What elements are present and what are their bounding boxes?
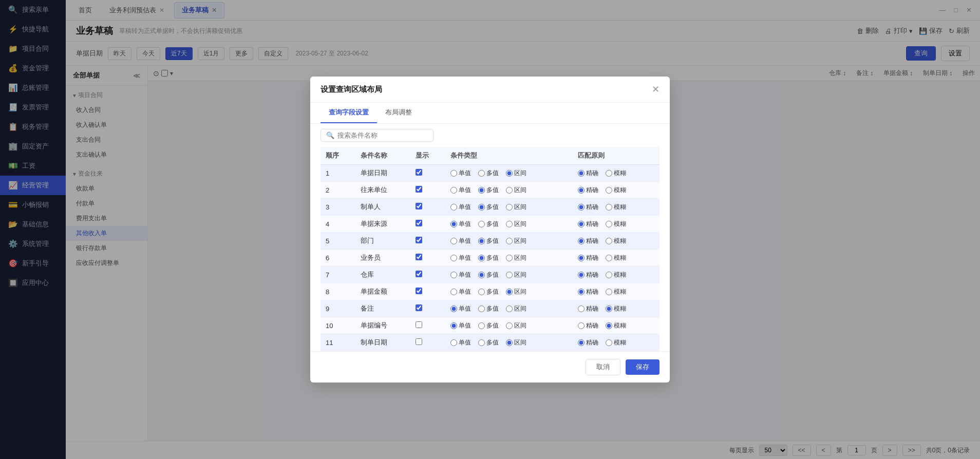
type-radio-item[interactable]: 单值 xyxy=(450,271,471,279)
match-radio-item[interactable]: 模糊 xyxy=(606,220,626,228)
match-radio-item[interactable]: 精确 xyxy=(578,338,598,347)
type-radio-item[interactable]: 多值 xyxy=(478,220,499,228)
match-radio-item[interactable]: 精确 xyxy=(578,304,598,313)
type-radio-item[interactable]: 单值 xyxy=(450,288,471,296)
th-type: 条件类型 xyxy=(445,147,573,165)
type-radio-item[interactable]: 区间 xyxy=(506,169,526,178)
cell-name: 部门 xyxy=(355,233,410,250)
type-radio-item[interactable]: 区间 xyxy=(506,237,526,245)
match-radio-item[interactable]: 精确 xyxy=(578,271,598,279)
type-radio-item[interactable]: 多值 xyxy=(478,288,499,296)
show-checkbox[interactable] xyxy=(416,220,422,226)
match-radio-item[interactable]: 精确 xyxy=(578,203,598,212)
match-radio-item[interactable]: 模糊 xyxy=(606,203,626,212)
cell-type: 单值多值区间 xyxy=(445,300,573,317)
show-checkbox[interactable] xyxy=(416,169,422,176)
type-radio-item[interactable]: 区间 xyxy=(506,271,526,279)
type-radio-item[interactable]: 区间 xyxy=(506,304,526,313)
match-radio-item[interactable]: 模糊 xyxy=(606,186,626,195)
cell-show xyxy=(410,250,445,266)
match-radio-item[interactable]: 模糊 xyxy=(606,271,626,279)
modal-search-area: 🔍 xyxy=(310,124,670,147)
match-radio-item[interactable]: 模糊 xyxy=(606,254,626,262)
type-radio-item[interactable]: 单值 xyxy=(450,203,471,212)
cell-match: 精确模糊 xyxy=(573,216,659,233)
cell-match: 精确模糊 xyxy=(573,199,659,216)
match-radio-item[interactable]: 精确 xyxy=(578,186,598,195)
type-radio-item[interactable]: 多值 xyxy=(478,271,499,279)
match-radio-item[interactable]: 精确 xyxy=(578,237,598,245)
cell-show xyxy=(410,199,445,216)
match-radio-item[interactable]: 模糊 xyxy=(606,288,626,296)
cell-order: 4 xyxy=(321,216,355,233)
cell-type: 单值多值区间 xyxy=(445,199,573,216)
type-radio-item[interactable]: 单值 xyxy=(450,169,471,178)
show-checkbox[interactable] xyxy=(416,186,422,193)
table-row: 8单据金额单值多值区间精确模糊 xyxy=(321,283,659,300)
match-radio-item[interactable]: 精确 xyxy=(578,220,598,228)
type-radio-item[interactable]: 区间 xyxy=(506,321,526,330)
type-radio-item[interactable]: 单值 xyxy=(450,186,471,195)
type-radio-item[interactable]: 单值 xyxy=(450,338,471,347)
match-radio-item[interactable]: 精确 xyxy=(578,254,598,262)
match-radio-item[interactable]: 模糊 xyxy=(606,237,626,245)
show-checkbox[interactable] xyxy=(416,254,422,260)
cell-order: 5 xyxy=(321,233,355,250)
show-checkbox[interactable] xyxy=(416,271,422,277)
type-radio-item[interactable]: 多值 xyxy=(478,338,499,347)
modal-cancel-button[interactable]: 取消 xyxy=(586,359,620,375)
type-radio-item[interactable]: 区间 xyxy=(506,288,526,296)
modal-tab-layout[interactable]: 布局调整 xyxy=(377,103,420,123)
match-radio-item[interactable]: 模糊 xyxy=(606,304,626,313)
type-radio-item[interactable]: 多值 xyxy=(478,203,499,212)
type-radio-item[interactable]: 区间 xyxy=(506,220,526,228)
match-radio-item[interactable]: 精确 xyxy=(578,321,598,330)
type-radio-item[interactable]: 单值 xyxy=(450,304,471,313)
cell-name: 备注 xyxy=(355,300,410,317)
cell-match: 精确模糊 xyxy=(573,300,659,317)
type-radio-item[interactable]: 区间 xyxy=(506,338,526,347)
match-radio-item[interactable]: 模糊 xyxy=(606,169,626,178)
show-checkbox[interactable] xyxy=(416,203,422,209)
show-checkbox[interactable] xyxy=(416,321,422,328)
match-radio-item[interactable]: 精确 xyxy=(578,288,598,296)
show-checkbox[interactable] xyxy=(416,304,422,311)
modal-title: 设置查询区域布局 xyxy=(321,85,382,94)
type-radio-item[interactable]: 多值 xyxy=(478,321,499,330)
cell-match: 精确模糊 xyxy=(573,266,659,283)
type-radio-item[interactable]: 多值 xyxy=(478,254,499,262)
cell-type: 单值多值区间 xyxy=(445,334,573,351)
type-radio-item[interactable]: 多值 xyxy=(478,304,499,313)
show-checkbox[interactable] xyxy=(416,288,422,294)
cell-type: 单值多值区间 xyxy=(445,216,573,233)
cell-order: 11 xyxy=(321,334,355,351)
type-radio-item[interactable]: 区间 xyxy=(506,254,526,262)
modal-tab-query-fields[interactable]: 查询字段设置 xyxy=(321,103,377,123)
type-radio-item[interactable]: 多值 xyxy=(478,186,499,195)
show-checkbox[interactable] xyxy=(416,338,422,345)
type-radio-item[interactable]: 多值 xyxy=(478,237,499,245)
cell-match: 精确模糊 xyxy=(573,182,659,199)
table-row: 4单据来源单值多值区间精确模糊 xyxy=(321,216,659,233)
cell-match: 精确模糊 xyxy=(573,283,659,300)
type-radio-item[interactable]: 单值 xyxy=(450,254,471,262)
type-radio-item[interactable]: 多值 xyxy=(478,169,499,178)
modal-close-button[interactable]: ✕ xyxy=(652,84,659,95)
cell-type: 单值多值区间 xyxy=(445,233,573,250)
search-input-modal[interactable] xyxy=(337,131,428,139)
cell-order: 7 xyxy=(321,266,355,283)
match-radio-item[interactable]: 精确 xyxy=(578,169,598,178)
cell-order: 6 xyxy=(321,250,355,266)
type-radio-item[interactable]: 区间 xyxy=(506,186,526,195)
cell-show xyxy=(410,216,445,233)
type-radio-item[interactable]: 区间 xyxy=(506,203,526,212)
modal-save-button[interactable]: 保存 xyxy=(626,359,659,375)
type-radio-item[interactable]: 单值 xyxy=(450,321,471,330)
table-row: 6业务员单值多值区间精确模糊 xyxy=(321,250,659,266)
show-checkbox[interactable] xyxy=(416,237,422,243)
match-radio-item[interactable]: 模糊 xyxy=(606,338,626,347)
modal-header: 设置查询区域布局 ✕ xyxy=(310,76,670,103)
type-radio-item[interactable]: 单值 xyxy=(450,237,471,245)
type-radio-item[interactable]: 单值 xyxy=(450,220,471,228)
match-radio-item[interactable]: 模糊 xyxy=(606,321,626,330)
